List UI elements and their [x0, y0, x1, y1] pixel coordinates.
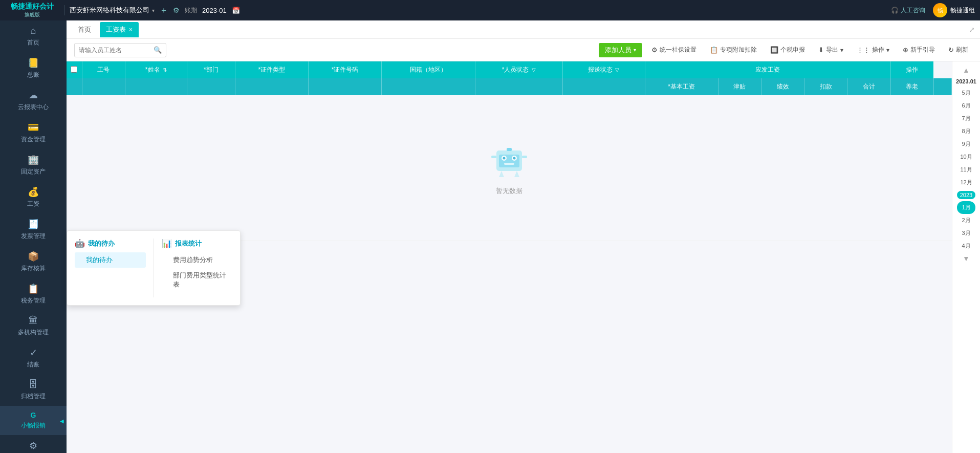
svg-marker-10 — [499, 171, 504, 177]
tab-close-icon[interactable]: × — [129, 26, 133, 33]
search-icon[interactable]: 🔍 — [154, 46, 162, 54]
personal-tax-button[interactable]: 🔲 个税申报 — [766, 44, 809, 56]
popup-section-todo-title[interactable]: 🤖 我的待办 — [75, 239, 146, 248]
new-guide-icon: ⊕ — [903, 46, 908, 54]
sidebar-item-fixed-asset[interactable]: 🏢 固定资产 — [0, 149, 67, 181]
performance-header: 绩效 — [761, 78, 804, 95]
empty-state: 暂无数据 — [71, 99, 948, 236]
chevron-down-icon: ▾ — [152, 8, 155, 13]
popup-section-todo: 🤖 我的待办 我的待办 — [75, 239, 146, 268]
allowance-header: 津贴 — [718, 78, 761, 95]
user-info[interactable]: 畅 畅捷通组 — [933, 3, 975, 17]
department-header: *部门 — [187, 61, 235, 78]
timeline-month-12[interactable]: 12月 — [952, 176, 980, 189]
sidebar-item-inventory[interactable]: 📦 库存核算 — [0, 246, 67, 278]
popup-item-todo[interactable]: 我的待办 — [75, 252, 146, 268]
search-box[interactable]: 🔍 — [74, 43, 166, 57]
timeline-month-1[interactable]: 1月 — [957, 201, 975, 214]
operations-header: 操作 — [890, 61, 933, 78]
select-all-checkbox[interactable] — [71, 66, 77, 73]
new-guide-button[interactable]: ⊕ 新手引导 — [899, 44, 939, 56]
timeline-down-nav[interactable]: ▼ — [961, 252, 972, 265]
settings-icon[interactable]: ⚙ — [173, 6, 180, 14]
calendar-icon[interactable]: 📅 — [232, 7, 240, 14]
total-header: 合计 — [847, 78, 890, 95]
sidebar-item-ledger[interactable]: 📒 总账 — [0, 52, 67, 84]
empty-state-icon — [489, 140, 530, 181]
sidebar-item-cloud-report[interactable]: ☁ 云报表中心 — [0, 84, 67, 117]
timeline-month-7[interactable]: 7月 — [952, 112, 980, 125]
export-button[interactable]: ⬇ 导出 ▾ — [814, 44, 847, 56]
svg-rect-6 — [504, 163, 514, 165]
tab-home[interactable]: 首页 — [72, 22, 97, 37]
social-insurance-button[interactable]: ⚙ 统一社保设置 — [647, 44, 701, 56]
timeline-month-8[interactable]: 8月 — [952, 125, 980, 138]
timeline-month-10[interactable]: 10月 — [952, 150, 980, 163]
name-header: *姓名 ⇅ — [125, 61, 187, 78]
checkbox-header[interactable] — [67, 61, 82, 78]
svg-point-5 — [513, 157, 515, 160]
personnel-status-filter-icon[interactable]: ▽ — [532, 67, 536, 73]
sidebar-item-settlement[interactable]: ✓ 结账 — [0, 342, 67, 374]
sidebar-item-multi-org[interactable]: 🏛 多机构管理 — [0, 310, 67, 342]
period-label: 账期 — [185, 6, 197, 15]
svg-rect-9 — [522, 156, 527, 158]
popup-section-report: 📊 报表统计 费用趋势分析 部门费用类型统计表 — [162, 239, 233, 292]
export-dropdown-icon: ▾ — [840, 47, 843, 54]
salary-icon: 💰 — [28, 186, 39, 198]
company-name: 西安虾米网络科技有限公司 — [70, 6, 149, 15]
timeline-month-4[interactable]: 4月 — [952, 240, 980, 252]
todo-icon: 🤖 — [75, 239, 85, 248]
sidebar-item-salary[interactable]: 💰 工资 — [0, 181, 67, 213]
add-person-button[interactable]: 添加人员 ▾ — [599, 43, 642, 57]
report-status-filter-icon[interactable]: ▽ — [615, 67, 619, 73]
tab-bar: 首页 工资表 × ⤢ — [67, 20, 980, 39]
timeline-up-nav[interactable]: ▲ — [961, 64, 972, 76]
id-type-header: *证件类型 — [235, 61, 308, 78]
empty-text: 暂无数据 — [496, 186, 522, 196]
timeline-month-6[interactable]: 6月 — [952, 99, 980, 112]
logo-sub: 旗舰版 — [25, 11, 40, 18]
popup-item-dept-expense[interactable]: 部门费用类型统计表 — [162, 268, 233, 292]
name-sort-icon[interactable]: ⇅ — [163, 67, 167, 73]
timeline-month-2[interactable]: 2月 — [952, 214, 980, 227]
popup-section-report-title[interactable]: 📊 报表统计 — [162, 239, 233, 248]
inventory-icon: 📦 — [28, 251, 39, 262]
sidebar-item-basic[interactable]: ⚙ 基础设置 — [0, 435, 67, 453]
timeline-month-11[interactable]: 11月 — [952, 163, 980, 176]
period-value: 2023-01 — [202, 7, 227, 14]
refresh-button[interactable]: ↻ 刷新 — [944, 44, 972, 56]
id-number-header: *证件号码 — [309, 61, 382, 78]
sidebar-item-xiaochang[interactable]: G 小畅报销 ◀ — [0, 406, 67, 435]
timeline-month-9[interactable]: 9月 — [952, 138, 980, 150]
top-right: 🎧 人工咨询 畅 畅捷通组 — [891, 3, 975, 17]
svg-rect-8 — [491, 156, 496, 158]
timeline-month-3[interactable]: 3月 — [952, 227, 980, 240]
top-bar: 畅捷通好会计 旗舰版 西安虾米网络科技有限公司 ▾ ＋ ⚙ 账期 2023-01… — [0, 0, 980, 20]
special-deduction-button[interactable]: 📋 专项附加扣除 — [706, 44, 761, 56]
sidebar-item-home[interactable]: ⌂ 首页 — [0, 20, 67, 52]
customer-service-button[interactable]: 🎧 人工咨询 — [891, 6, 925, 15]
report-icon: 📊 — [162, 239, 172, 248]
add-icon[interactable]: ＋ — [160, 5, 168, 16]
tab-salary[interactable]: 工资表 × — [100, 22, 139, 37]
pension-header: 养老 — [890, 78, 933, 95]
search-input[interactable] — [79, 47, 154, 54]
popup-col-1: 🤖 我的待办 我的待办 — [75, 239, 146, 297]
maximize-icon[interactable]: ⤢ — [969, 26, 975, 34]
sidebar-arrow-icon: ◀ — [60, 418, 64, 423]
popup-divider — [154, 239, 154, 297]
svg-rect-7 — [507, 148, 512, 151]
sidebar-item-archive[interactable]: 🗄 归档管理 — [0, 374, 67, 406]
sidebar-item-invoice[interactable]: 🧾 发票管理 — [0, 213, 67, 246]
svg-marker-11 — [514, 171, 519, 177]
svg-rect-1 — [499, 155, 519, 167]
company-selector[interactable]: 西安虾米网络科技有限公司 ▾ — [70, 6, 155, 15]
sidebar-item-fund[interactable]: 💳 资金管理 — [0, 117, 67, 149]
operations-button[interactable]: ⋮⋮ 操作 ▾ — [853, 44, 894, 56]
top-divider — [64, 5, 64, 15]
export-icon: ⬇ — [818, 46, 824, 54]
popup-item-expense-trend[interactable]: 费用趋势分析 — [162, 252, 233, 268]
sidebar-item-tax[interactable]: 📋 税务管理 — [0, 278, 67, 310]
timeline-month-5[interactable]: 5月 — [952, 87, 980, 99]
